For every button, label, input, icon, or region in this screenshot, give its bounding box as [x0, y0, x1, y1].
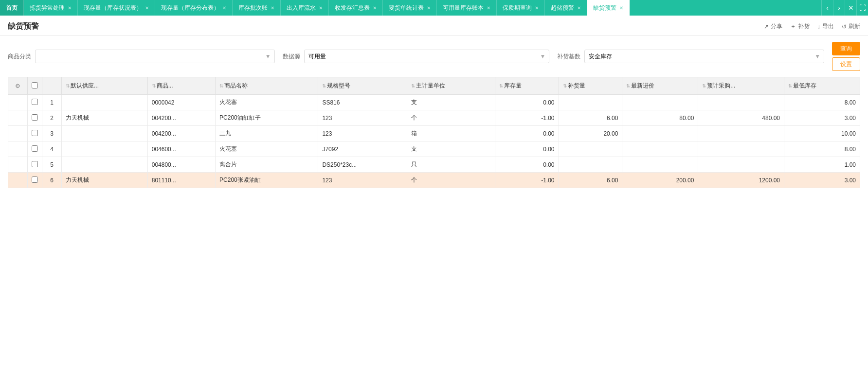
tab-close-inout-flow[interactable]: ✕	[319, 5, 323, 11]
row-code-3: 004600...	[147, 141, 215, 157]
tab-batch-account[interactable]: 库存批次账✕	[233, 0, 281, 16]
settings-button[interactable]: 设置	[832, 57, 860, 71]
tab-collect-summary[interactable]: 收发存汇总表✕	[329, 0, 383, 16]
row-unit-0: 支	[407, 95, 495, 110]
th-est-purchase: ⇅ 预计采购...	[698, 77, 784, 95]
row-index-1: 2	[42, 110, 62, 126]
tab-prev-button[interactable]: ‹	[821, 0, 833, 16]
tab-exception[interactable]: 拣货异常处理✕	[24, 0, 78, 16]
row-restock-4	[559, 157, 622, 173]
refresh-button[interactable]: ↺刷新	[842, 22, 860, 31]
tab-close-inventory-status[interactable]: ✕	[145, 5, 149, 11]
data-table: ⚙ ⇅ 默认供应... ⇅ 商	[8, 77, 860, 188]
th-checkbox	[28, 77, 42, 95]
row-settings-4	[8, 157, 28, 173]
row-checkbox-4	[28, 157, 42, 173]
row-supplier-2	[62, 126, 148, 141]
category-filter: 商品分类 ▼	[8, 50, 275, 63]
tab-available-ledger[interactable]: 可用量库存账本✕	[437, 0, 497, 16]
category-label: 商品分类	[8, 53, 31, 61]
row-checkbox-3	[28, 141, 42, 157]
row-check-5[interactable]	[32, 176, 38, 183]
row-supplier-5: 力天机械	[62, 173, 148, 188]
settings-icon[interactable]: ⚙	[15, 83, 20, 89]
tab-close-overstock[interactable]: ✕	[577, 5, 581, 11]
th-settings: ⚙	[8, 77, 28, 95]
tab-home[interactable]: 首页	[0, 0, 24, 16]
row-price-5: 200.00	[622, 173, 698, 188]
filter-buttons: 查询 设置	[832, 42, 860, 71]
row-check-2[interactable]	[32, 130, 38, 136]
category-select[interactable]	[35, 50, 275, 63]
tab-inout-flow[interactable]: 出入库流水✕	[281, 0, 329, 16]
row-check-1[interactable]	[32, 114, 38, 121]
page-header: 缺货预警 ↗分享＋补货↓导出↺刷新	[0, 16, 868, 36]
tab-close-exception[interactable]: ✕	[68, 5, 72, 11]
refresh-icon: ↺	[842, 23, 847, 30]
th-product-code: ⇅ 商品...	[147, 77, 215, 95]
row-index-4: 5	[42, 157, 62, 173]
tab-close-inventory-dist[interactable]: ✕	[222, 5, 226, 11]
row-spec-1: 123	[318, 110, 407, 126]
share-label: 分享	[771, 22, 782, 31]
row-supplier-4	[62, 157, 148, 173]
base-select[interactable]: 安全库存 最低库存	[584, 50, 824, 63]
tab-close-available-ledger[interactable]: ✕	[487, 5, 490, 11]
tab-close-shortage[interactable]: ✕	[619, 5, 623, 11]
datasource-select[interactable]: 可用量 现存量	[304, 50, 550, 63]
tab-inventory-status[interactable]: 现存量（库存状况表）✕	[78, 0, 155, 16]
row-restock-2: 20.00	[559, 126, 622, 141]
tab-label-home: 首页	[6, 4, 18, 12]
tab-label-available-ledger: 可用量库存账本	[443, 4, 484, 12]
tab-close-batch-account[interactable]: ✕	[271, 5, 274, 11]
row-spec-0: SS816	[318, 95, 407, 110]
row-restock-0	[559, 95, 622, 110]
table-row: 2 力天机械 004200... PC200油缸缸子 123 个 -1.00 6…	[8, 110, 860, 126]
tab-close-order-stat[interactable]: ✕	[427, 5, 431, 11]
row-price-4	[622, 157, 698, 173]
tab-label-expiry-query: 保质期查询	[503, 4, 532, 12]
tab-close-button[interactable]: ✕	[845, 0, 856, 16]
row-settings-1	[8, 110, 28, 126]
th-spec: ⇅ 规格型号	[318, 77, 407, 95]
query-button[interactable]: 查询	[832, 42, 860, 55]
row-price-2	[622, 126, 698, 141]
restock-icon: ＋	[790, 22, 796, 31]
row-code-1: 004200...	[147, 110, 215, 126]
restock-button[interactable]: ＋补货	[790, 22, 810, 31]
tab-close-collect-summary[interactable]: ✕	[373, 5, 377, 11]
row-settings-5	[8, 173, 28, 188]
export-button[interactable]: ↓导出	[817, 22, 834, 31]
th-stock: ⇅ 库存量	[495, 77, 559, 95]
row-settings-0	[8, 95, 28, 110]
tab-next-button[interactable]: ›	[833, 0, 845, 16]
tab-inventory-dist[interactable]: 现存量（库存分布表）✕	[155, 0, 233, 16]
sort-icon: ⇅	[66, 83, 70, 88]
datasource-label: 数据源	[283, 53, 300, 61]
tab-fullscreen-button[interactable]: ⛶	[856, 0, 868, 16]
row-stock-0: 0.00	[495, 95, 559, 110]
th-min-stock: ⇅ 最低库存	[784, 77, 860, 95]
row-restock-3	[559, 141, 622, 157]
tab-close-expiry-query[interactable]: ✕	[535, 5, 539, 11]
row-check-0[interactable]	[32, 99, 38, 105]
tab-label-shortage: 缺货预警	[593, 4, 616, 12]
row-code-2: 004200...	[147, 126, 215, 141]
row-check-4[interactable]	[32, 161, 38, 167]
tab-expiry-query[interactable]: 保质期查询✕	[497, 0, 545, 16]
row-spec-2: 123	[318, 126, 407, 141]
row-stock-3: 0.00	[495, 141, 559, 157]
row-code-0: 0000042	[147, 95, 215, 110]
row-settings-3	[8, 141, 28, 157]
tab-overstock[interactable]: 超储预警✕	[545, 0, 587, 16]
share-button[interactable]: ↗分享	[764, 22, 782, 31]
tab-order-stat[interactable]: 要货单统计表✕	[383, 0, 437, 16]
row-check-3[interactable]	[32, 145, 38, 152]
th-restock: ⇅ 补货量	[559, 77, 622, 95]
row-checkbox-5	[28, 173, 42, 188]
tab-shortage[interactable]: 缺货预警✕	[587, 0, 630, 16]
row-name-3: 火花塞	[216, 141, 318, 157]
row-spec-4: DS250*23c...	[318, 157, 407, 173]
select-all-checkbox[interactable]	[32, 82, 38, 88]
row-checkbox-1	[28, 110, 42, 126]
